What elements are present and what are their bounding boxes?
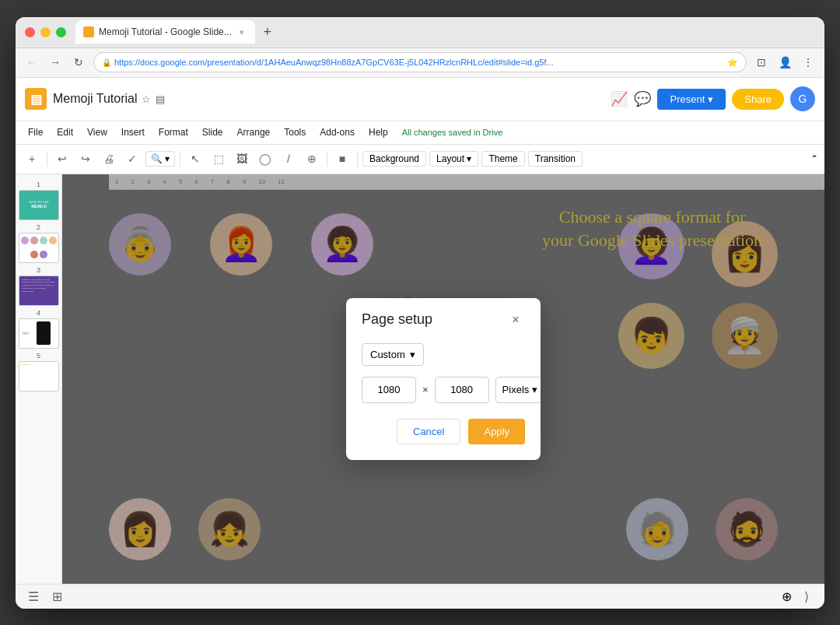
menu-file[interactable]: File: [22, 125, 49, 139]
menu-bar: File Edit View Insert Format Slide Arran…: [16, 121, 824, 145]
list-view-button[interactable]: ☰: [25, 588, 42, 605]
dialog-body: Custom ▾ × Pixels ▾: [346, 337, 541, 460]
url-text: https://docs.google.com/presentation/d/1…: [114, 58, 554, 67]
analytics-icon[interactable]: 📈: [611, 90, 628, 107]
slide-thumbnail-1[interactable]: 1 HOW TO USEMEMOJI: [19, 181, 58, 220]
layout-button[interactable]: Layout ▾: [429, 151, 478, 167]
unit-arrow-icon: ▾: [532, 384, 537, 395]
toolbar-separator-1: [47, 151, 47, 167]
custom-label: Custom: [370, 349, 405, 360]
menu-help[interactable]: Help: [362, 125, 394, 139]
collapse-button[interactable]: ⌃: [810, 153, 818, 164]
collapse-panel-button[interactable]: ⟩: [798, 588, 815, 605]
modal-overlay: Page setup × Custom ▾ ×: [62, 174, 824, 584]
back-button[interactable]: ←: [23, 54, 40, 71]
close-window-button[interactable]: [25, 27, 35, 37]
toolbar-separator-3: [327, 151, 327, 167]
search-icon: ⭐: [727, 58, 738, 68]
dialog-actions: Cancel Apply: [362, 419, 525, 444]
extensions-button[interactable]: ⊡: [753, 54, 770, 71]
cancel-button[interactable]: Cancel: [397, 419, 460, 444]
line-tool[interactable]: /: [278, 149, 299, 169]
mac-window: Memoji Tutorial - Google Slide... × + ← …: [16, 17, 824, 609]
maximize-window-button[interactable]: [56, 27, 66, 37]
slides-title-area: Memoji Tutorial ☆ ▤: [53, 92, 165, 106]
comments-icon[interactable]: 💬: [634, 90, 651, 107]
x-separator: ×: [422, 384, 429, 395]
unit-dropdown[interactable]: Pixels ▾: [495, 377, 541, 403]
toolbar-separator-4: [357, 151, 358, 167]
menu-tools[interactable]: Tools: [278, 125, 312, 139]
active-tab[interactable]: Memoji Tutorial - Google Slide... ×: [75, 20, 255, 44]
slides-logo-icon: ▤: [25, 88, 47, 110]
toolbar-separator-2: [180, 151, 180, 167]
slides-header: ▤ Memoji Tutorial ☆ ▤ 📈 💬 Present ▾ Shar…: [16, 78, 824, 121]
menu-view[interactable]: View: [81, 125, 114, 139]
shape-tool[interactable]: ◯: [255, 149, 275, 169]
tab-close-button[interactable]: ×: [236, 26, 247, 37]
page-size-dropdown[interactable]: Custom ▾: [362, 343, 424, 366]
dialog-title-bar: Page setup ×: [346, 298, 541, 337]
profile-icon[interactable]: 👤: [776, 54, 793, 71]
theme-button[interactable]: Theme: [481, 151, 524, 167]
insert-btn[interactable]: ⊕: [302, 149, 322, 169]
menu-edit[interactable]: Edit: [51, 125, 79, 139]
width-input[interactable]: [362, 377, 416, 403]
transition-button[interactable]: Transition: [528, 151, 583, 167]
tab-area: Memoji Tutorial - Google Slide... × +: [75, 20, 815, 44]
traffic-lights: [25, 27, 66, 37]
cursor-tool[interactable]: ↖: [185, 149, 205, 169]
add-slide-button[interactable]: ⊕: [782, 589, 792, 604]
tab-favicon: [83, 26, 94, 37]
toolbar-add-button[interactable]: +: [22, 149, 42, 169]
slide-thumbnail-4[interactable]: 4 button: [19, 309, 58, 349]
color-fill[interactable]: ■: [332, 149, 352, 169]
print-button[interactable]: 🖨: [99, 149, 119, 169]
slide-thumbnail-5[interactable]: 5 TUTORIAL: [19, 352, 58, 392]
url-bar[interactable]: 🔒 https://docs.google.com/presentation/d…: [93, 52, 747, 72]
avatar[interactable]: G: [790, 86, 815, 111]
chevron-down-icon: ▾: [708, 93, 713, 105]
dialog-close-button[interactable]: ×: [506, 311, 525, 329]
present-button[interactable]: Present ▾: [657, 89, 726, 110]
canvas-area: 1 2 3 4 5 6 7 8 9 10 11 👵 👩‍🦰 👩‍🦱 👩🏿‍🦱: [62, 174, 824, 584]
bottom-bar: ☰ ⊞ ⊕ ⟩: [16, 584, 824, 609]
tab-label: Memoji Tutorial - Google Slide...: [99, 26, 232, 37]
share-button[interactable]: Share: [732, 89, 784, 110]
slide-thumbnail-3[interactable]: 3 THERE'S A METHOD TO MAKE PHOTOS YOU QU…: [19, 266, 58, 306]
select-tool[interactable]: ⬚: [208, 149, 229, 169]
height-input[interactable]: [435, 377, 489, 403]
menu-format[interactable]: Format: [152, 125, 194, 139]
page-setup-dialog: Page setup × Custom ▾ ×: [346, 298, 541, 460]
lock-icon: 🔒: [102, 58, 111, 67]
forward-button[interactable]: →: [47, 54, 64, 71]
zoom-dropdown[interactable]: 🔍 ▾: [145, 151, 175, 167]
slide-thumbnail-2[interactable]: 2: [19, 223, 58, 263]
background-button[interactable]: Background: [362, 151, 426, 167]
address-bar: ← → ↻ 🔒 https://docs.google.com/presenta…: [16, 48, 824, 78]
dialog-title: Page setup: [362, 311, 432, 328]
menu-addons[interactable]: Add-ons: [313, 125, 361, 139]
redo-button[interactable]: ↪: [75, 149, 96, 169]
image-tool[interactable]: 🖼: [232, 149, 252, 169]
new-tab-button[interactable]: +: [258, 23, 277, 41]
spellcheck-button[interactable]: ✓: [122, 149, 142, 169]
title-bar: Memoji Tutorial - Google Slide... × +: [16, 17, 824, 48]
presentation-title[interactable]: Memoji Tutorial: [53, 92, 137, 106]
menu-slide[interactable]: Slide: [196, 125, 229, 139]
apply-button[interactable]: Apply: [468, 419, 525, 444]
undo-button[interactable]: ↩: [52, 149, 72, 169]
header-right: 📈 💬 Present ▾ Share G: [611, 86, 815, 111]
folder-icon[interactable]: ▤: [156, 93, 165, 105]
star-icon[interactable]: ☆: [142, 93, 151, 105]
autosave-status: All changes saved in Drive: [402, 128, 503, 137]
grid-view-button[interactable]: ⊞: [48, 588, 65, 605]
dropdown-arrow-icon: ▾: [410, 349, 415, 360]
minimize-window-button[interactable]: [40, 27, 51, 37]
slides-panel: 1 HOW TO USEMEMOJI 2: [16, 174, 62, 584]
menu-insert[interactable]: Insert: [115, 125, 151, 139]
menu-arrange[interactable]: Arrange: [231, 125, 277, 139]
slides-main: 1 HOW TO USEMEMOJI 2: [16, 174, 824, 584]
refresh-button[interactable]: ↻: [70, 54, 87, 71]
more-options-button[interactable]: ⋮: [800, 54, 817, 71]
